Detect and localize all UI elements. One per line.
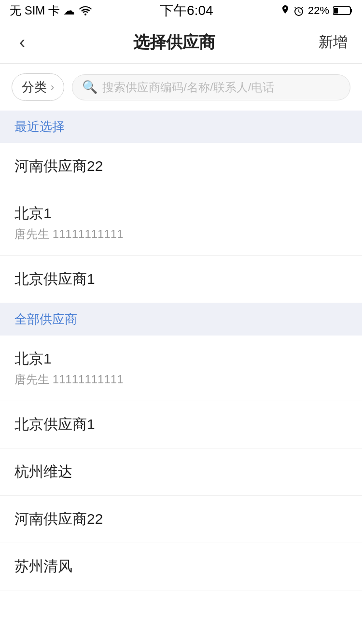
supplier-contact: 唐先生 11111111111 — [14, 372, 348, 387]
supplier-name: 河南供应商22 — [14, 156, 348, 176]
supplier-contact: 唐先生 11111111111 — [14, 226, 348, 242]
status-right: 22% — [281, 4, 352, 17]
no-sim-label: 无 SIM 卡 ☁ — [10, 3, 75, 18]
svg-rect-2 — [350, 9, 352, 13]
nav-bar: ‹ 选择供应商 新增 — [0, 21, 362, 64]
status-time: 下午6:04 — [160, 1, 213, 20]
new-action-button[interactable]: 新增 — [319, 32, 348, 52]
recent-items-list: 河南供应商22 北京1 唐先生 11111111111 北京供应商1 — [0, 143, 362, 303]
back-button[interactable]: ‹ — [14, 28, 30, 57]
list-item[interactable]: 河南供应商22 — [0, 143, 362, 190]
battery-label: 22% — [308, 4, 329, 17]
all-section-header: 全部供应商 — [0, 303, 362, 336]
status-bar: 无 SIM 卡 ☁ 下午6:04 22% — [0, 0, 362, 21]
supplier-name: 北京供应商1 — [14, 269, 348, 289]
list-item[interactable]: 北京供应商1 — [0, 401, 362, 448]
alarm-icon — [293, 5, 304, 16]
list-item[interactable]: 杭州维达 — [0, 448, 362, 496]
supplier-name: 北京供应商1 — [14, 415, 348, 434]
battery-icon — [333, 6, 352, 15]
supplier-name: 北京1 — [14, 349, 348, 369]
list-item[interactable]: 北京供应商1 — [0, 256, 362, 303]
svg-rect-3 — [334, 8, 338, 14]
category-label: 分类 — [22, 79, 47, 96]
recent-section-header: 最近选择 — [0, 111, 362, 143]
supplier-name: 河南供应商22 — [14, 509, 348, 529]
supplier-name: 北京1 — [14, 204, 348, 224]
list-item[interactable]: 河南供应商22 — [0, 496, 362, 543]
search-placeholder: 搜索供应商编码/名称/联系人/电话 — [102, 80, 274, 95]
wifi-icon — [79, 6, 92, 15]
list-item[interactable]: 北京1 唐先生 11111111111 — [0, 190, 362, 256]
search-icon: 🔍 — [82, 80, 97, 95]
chevron-right-icon: › — [51, 81, 54, 94]
location-icon — [281, 5, 290, 16]
all-section-label: 全部供应商 — [14, 312, 77, 326]
supplier-name: 杭州维达 — [14, 462, 348, 482]
list-item[interactable]: 苏州清风 — [0, 543, 362, 590]
search-box[interactable]: 🔍 搜索供应商编码/名称/联系人/电话 — [72, 74, 350, 100]
recent-section-label: 最近选择 — [14, 119, 65, 134]
page-title: 选择供应商 — [133, 31, 215, 54]
supplier-name: 苏州清风 — [14, 557, 348, 576]
category-button[interactable]: 分类 › — [12, 73, 64, 101]
all-items-list: 北京1 唐先生 11111111111 北京供应商1 杭州维达 河南供应商22 … — [0, 336, 362, 590]
status-left: 无 SIM 卡 ☁ — [10, 3, 92, 18]
list-item[interactable]: 北京1 唐先生 11111111111 — [0, 336, 362, 401]
filter-row: 分类 › 🔍 搜索供应商编码/名称/联系人/电话 — [0, 64, 362, 111]
